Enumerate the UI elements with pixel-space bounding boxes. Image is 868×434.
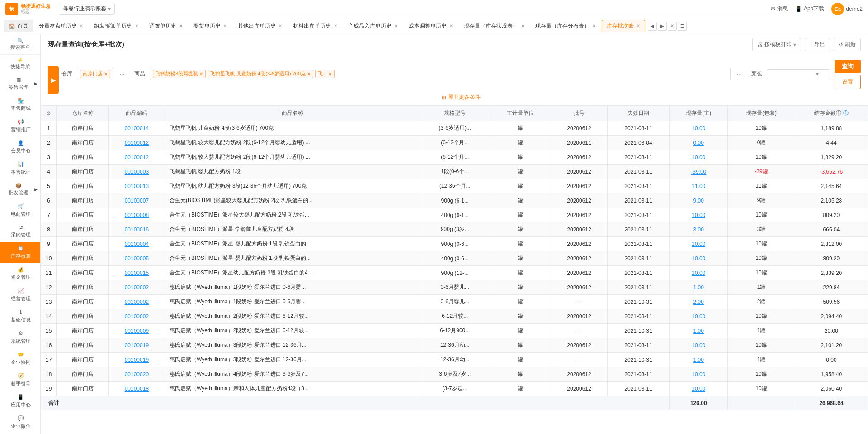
sidebar-item-retail-mall[interactable]: 🏪 零售商城	[0, 94, 40, 115]
row-code[interactable]: 00100008	[108, 208, 165, 222]
column-settings-icon[interactable]: ⚙	[46, 110, 51, 117]
tab-xian-cun2[interactable]: 现存量（库存分布表） ✕	[530, 20, 601, 32]
row-qty-main[interactable]: 10.00	[670, 382, 728, 396]
tab-yao-huo[interactable]: 要货单历史 ✕	[189, 20, 232, 32]
row-code[interactable]: 00100018	[108, 382, 165, 396]
tab-chan-pin[interactable]: 产成品入库单历史 ✕	[343, 20, 403, 32]
sidebar-item-wechat[interactable]: 💬 企业微信	[0, 412, 40, 433]
tab-close-icon[interactable]: ✕	[334, 24, 337, 28]
query-btn[interactable]: 查询	[835, 60, 861, 73]
user-profile[interactable]: Ea demo2	[831, 3, 863, 15]
tab-close-icon[interactable]: ✕	[135, 24, 138, 28]
row-qty-main[interactable]: 3.00	[670, 222, 728, 237]
color-select[interactable]: ▾	[767, 69, 830, 79]
warehouse-tag[interactable]: 南岸门店 ✕	[80, 70, 110, 78]
product-tag-1[interactable]: 飞鹤奶粉3段两提装 ✕	[153, 70, 206, 78]
sidebar-item-member[interactable]: 👤 会员中心	[0, 137, 40, 158]
warehouse-more-btn[interactable]: ···	[118, 70, 126, 78]
remove-product-tag-3-icon[interactable]: ✕	[328, 71, 332, 76]
row-qty-main[interactable]: 1.00	[670, 280, 728, 295]
amount-info-icon[interactable]: ①	[843, 110, 849, 116]
sidebar-item-wholesale[interactable]: 📦 批发管理 ▶	[0, 179, 40, 200]
remove-warehouse-tag-icon[interactable]: ✕	[104, 71, 108, 76]
tab-close-icon[interactable]: ✕	[449, 24, 453, 28]
product-tag-2[interactable]: 飞鹤星飞帆 儿童奶粉 4段(3-6岁适用) 700克 ✕	[208, 70, 313, 78]
row-qty-main[interactable]: 10.00	[670, 121, 728, 136]
sidebar-quick-nav[interactable]: ⚡ 快捷导航	[0, 55, 40, 73]
sidebar-item-basic[interactable]: ℹ 基础信息	[0, 306, 40, 327]
message-btn[interactable]: ✉ 消息	[771, 5, 788, 13]
tab-qi-ta[interactable]: 其他出库单历史 ✕	[233, 20, 287, 32]
expand-more-btn[interactable]: ⊞ 展开更多条件	[442, 94, 481, 101]
row-code[interactable]: 00100004	[108, 237, 165, 251]
settings-btn[interactable]: 设置	[835, 75, 861, 89]
sidebar-item-purchase[interactable]: 🗂 采购管理	[0, 221, 40, 242]
row-code[interactable]: 00100002	[108, 309, 165, 324]
row-qty-main[interactable]: 0.00	[670, 136, 728, 150]
row-qty-main[interactable]: 10.00	[670, 237, 728, 251]
warehouse-filter[interactable]: 南岸门店 ✕	[77, 68, 113, 80]
row-qty-main[interactable]: 10.00	[670, 266, 728, 280]
sidebar-item-inventory[interactable]: 📋 库存核算	[0, 242, 40, 263]
row-qty-main[interactable]: 9.00	[670, 193, 728, 208]
row-code[interactable]: 00100020	[108, 367, 165, 382]
sidebar-item-enterprise[interactable]: 🤝 企业协同	[0, 348, 40, 369]
app-download-btn[interactable]: 📱 App下载	[795, 5, 824, 13]
remove-product-tag-2-icon[interactable]: ✕	[307, 71, 311, 76]
tab-close-icon[interactable]: ✕	[592, 24, 596, 28]
row-qty-main[interactable]: 10.00	[670, 251, 728, 266]
row-code[interactable]: 00100002	[108, 280, 165, 295]
export-btn[interactable]: ↓ 导出	[805, 38, 830, 51]
row-qty-main[interactable]: 10.00	[670, 150, 728, 165]
tab-menu-btn[interactable]: ☰	[678, 22, 687, 31]
row-code[interactable]: 00100002	[108, 295, 165, 309]
row-code[interactable]: 00100003	[108, 165, 165, 179]
row-qty-main[interactable]: -39.00	[670, 165, 728, 179]
row-qty-main[interactable]: 10.00	[670, 208, 728, 222]
tab-prev-btn[interactable]: ◀	[648, 22, 657, 31]
account-dropdown[interactable]: 母婴行业演示账套 ▾	[59, 3, 115, 15]
row-code[interactable]: 00100019	[108, 353, 165, 367]
remove-product-tag-1-icon[interactable]: ✕	[199, 71, 203, 76]
sidebar-item-marketing[interactable]: 📢 营销推广	[0, 115, 40, 137]
tab-close-icon[interactable]: ✕	[179, 24, 183, 28]
tab-fen-pan[interactable]: 分量盘点单历史 ✕	[34, 20, 88, 32]
product-more-btn[interactable]: ···	[735, 70, 743, 78]
tab-close-icon[interactable]: ✕	[278, 24, 282, 28]
tab-close-all-btn[interactable]: ✕	[668, 22, 677, 31]
sidebar-item-retail-stats[interactable]: 📊 零售统计	[0, 158, 40, 179]
tab-close-icon[interactable]: ✕	[223, 24, 227, 28]
tab-home[interactable]: 🏠 首页	[4, 20, 33, 32]
row-qty-main[interactable]: 11.00	[670, 179, 728, 193]
print-btn[interactable]: 🖨 按模板打印 ▾	[752, 38, 801, 51]
tab-next-btn[interactable]: ▶	[658, 22, 667, 31]
row-qty-main[interactable]: 1.00	[670, 353, 728, 367]
refresh-btn[interactable]: ↺ 刷新	[834, 38, 861, 51]
sidebar-item-guide[interactable]: 🧭 新手引导	[0, 369, 40, 391]
row-qty-main[interactable]: 10.00	[670, 309, 728, 324]
th-settings[interactable]: ⚙	[41, 106, 57, 121]
row-code[interactable]: 00100015	[108, 266, 165, 280]
sidebar-item-system[interactable]: ⚙ 系统管理	[0, 327, 40, 348]
tab-close-icon[interactable]: ✕	[80, 24, 83, 28]
row-code[interactable]: 00100016	[108, 222, 165, 237]
row-code[interactable]: 00100012	[108, 136, 165, 150]
tab-cai-liao[interactable]: 材料出库单历史 ✕	[288, 20, 342, 32]
tab-zu-chai[interactable]: 组装拆卸单历史 ✕	[89, 20, 143, 32]
row-code[interactable]: 00100007	[108, 193, 165, 208]
tab-close-icon[interactable]: ✕	[637, 24, 640, 28]
row-code[interactable]: 00100005	[108, 251, 165, 266]
tab-cheng-ben[interactable]: 成本调整单历史 ✕	[404, 20, 458, 32]
sidebar-item-finance[interactable]: 💰 资金管理	[0, 263, 40, 284]
row-code[interactable]: 00100014	[108, 121, 165, 136]
row-qty-main[interactable]: 1.00	[670, 324, 728, 338]
filter-expand-btn[interactable]: ▶	[48, 66, 59, 94]
sidebar-item-ecommerce[interactable]: 🛒 电商管理	[0, 200, 40, 221]
row-qty-main[interactable]: 10.00	[670, 338, 728, 353]
sidebar-search[interactable]: 🔍 搜索菜单	[0, 34, 40, 55]
row-code[interactable]: 00100019	[108, 338, 165, 353]
tab-close-icon[interactable]: ✕	[394, 24, 398, 28]
tab-tiao-bo[interactable]: 调拨单历史 ✕	[144, 20, 188, 32]
row-qty-main[interactable]: 10.00	[670, 367, 728, 382]
tab-ku-cun-pi[interactable]: 库存批次账 ✕	[602, 20, 645, 32]
